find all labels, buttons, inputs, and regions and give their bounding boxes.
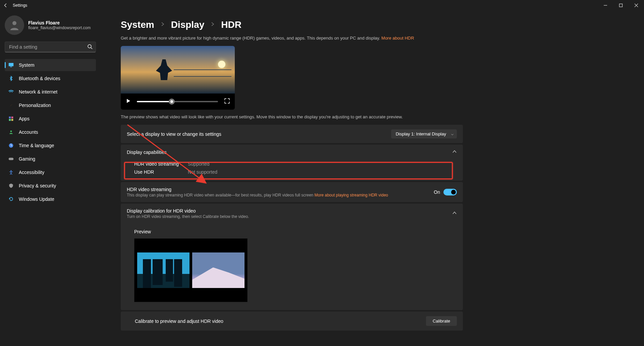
wifi-icon	[8, 89, 14, 95]
minimize-button[interactable]	[598, 0, 613, 11]
preview-note: The preview shows what video will look l…	[121, 114, 624, 119]
svg-point-12	[10, 170, 11, 171]
more-about-hdr-link[interactable]: More about HDR	[381, 36, 414, 41]
sidebar-item-label: Personalization	[19, 103, 51, 108]
user-email: floare_flavius@windowsreport.com	[28, 25, 91, 30]
intro-text: Get a brighter and more vibrant picture …	[121, 36, 624, 41]
fullscreen-button[interactable]	[224, 98, 230, 105]
hdr-streaming-toggle[interactable]	[443, 189, 457, 195]
back-button[interactable]	[3, 3, 8, 8]
maximize-button[interactable]	[613, 0, 629, 11]
capability-row: Use HDR Not supported	[134, 168, 449, 176]
user-name: Flavius Floare	[28, 20, 91, 25]
capability-row: HDR video streaming Supported	[134, 160, 449, 168]
display-capabilities-title: Display capabilities	[127, 150, 167, 155]
sidebar-item-label: Windows Update	[19, 196, 54, 202]
sidebar-item-gaming[interactable]: Gaming	[5, 153, 96, 165]
svg-rect-5	[9, 117, 11, 119]
hdr-streaming-title: HDR video streaming	[127, 187, 388, 192]
sidebar-item-personalization[interactable]: Personalization	[5, 99, 96, 111]
svg-rect-6	[11, 117, 13, 119]
sidebar-item-apps[interactable]: Apps	[5, 113, 96, 125]
calibration-header[interactable]: Display calibration for HDR video Turn o…	[121, 204, 463, 224]
calibration-preview-label: Preview	[134, 229, 449, 234]
sidebar-item-accessibility[interactable]: Accessibility	[5, 166, 96, 178]
svg-point-1	[12, 21, 16, 25]
video-preview	[121, 46, 235, 110]
video-scene	[121, 46, 235, 94]
calibration-title: Display calibration for HDR video	[127, 208, 249, 214]
display-select[interactable]: Display 1: Internal Display	[391, 129, 457, 138]
sidebar-item-accounts[interactable]: Accounts	[5, 126, 96, 138]
person-icon	[8, 129, 14, 135]
sidebar-item-label: Apps	[19, 116, 30, 121]
window-title: Settings	[13, 3, 27, 8]
sidebar-item-windows-update[interactable]: Windows Update	[5, 193, 96, 205]
sidebar-item-bluetooth[interactable]: Bluetooth & devices	[5, 72, 96, 84]
chevron-right-icon	[160, 22, 165, 28]
svg-rect-3	[9, 63, 13, 66]
sidebar-item-system[interactable]: System	[5, 59, 96, 71]
shield-icon	[8, 183, 14, 189]
seek-slider[interactable]	[137, 101, 218, 102]
display-capabilities-header[interactable]: Display capabilities	[121, 145, 463, 160]
more-streaming-link[interactable]: More about playing streaming HDR video	[315, 193, 388, 197]
search-input[interactable]	[5, 42, 96, 52]
svg-rect-0	[620, 4, 623, 7]
breadcrumb: System Display HDR	[121, 19, 624, 30]
svg-rect-7	[9, 119, 11, 121]
sidebar-item-label: Bluetooth & devices	[19, 76, 60, 81]
bluetooth-icon	[8, 75, 14, 81]
svg-point-2	[88, 45, 91, 48]
apps-icon	[8, 116, 14, 122]
brush-icon	[8, 102, 14, 108]
calibrate-button[interactable]: Calibrate	[426, 316, 457, 326]
accessibility-icon	[8, 169, 14, 175]
monitor-icon	[8, 62, 14, 68]
chevron-up-icon	[452, 149, 457, 155]
user-profile[interactable]: Flavius Floare floare_flavius@windowsrep…	[5, 15, 96, 35]
switch-state-label: On	[434, 189, 440, 195]
sidebar-item-label: Accessibility	[19, 170, 44, 175]
breadcrumb-system[interactable]: System	[121, 19, 154, 30]
sidebar-item-label: System	[19, 62, 35, 68]
svg-rect-4	[10, 67, 12, 67]
sidebar-item-label: Privacy & security	[19, 183, 56, 188]
hdr-streaming-desc: This display can play streaming HDR vide…	[127, 193, 388, 197]
sidebar-item-label: Network & internet	[19, 89, 57, 95]
play-button[interactable]	[125, 98, 131, 105]
select-display-label: Select a display to view or change its s…	[127, 131, 221, 137]
chevron-right-icon	[210, 22, 215, 28]
sidebar-item-label: Gaming	[19, 156, 35, 162]
sidebar-item-label: Time & language	[19, 143, 54, 148]
sidebar-item-privacy[interactable]: Privacy & security	[5, 180, 96, 192]
sidebar-item-network[interactable]: Network & internet	[5, 86, 96, 98]
breadcrumb-current: HDR	[221, 19, 241, 30]
svg-point-9	[10, 130, 12, 132]
sidebar-item-label: Accounts	[19, 129, 38, 135]
update-icon	[8, 196, 14, 202]
sidebar-item-time-language[interactable]: Time & language	[5, 139, 96, 152]
avatar	[5, 15, 24, 35]
close-button[interactable]	[629, 0, 644, 11]
calibrate-row-label: Calibrate to preview and adjust HDR vide…	[127, 319, 223, 324]
clock-globe-icon	[8, 142, 14, 149]
search-icon	[87, 44, 93, 51]
breadcrumb-display[interactable]: Display	[171, 19, 205, 30]
svg-rect-11	[9, 158, 13, 160]
svg-rect-8	[11, 119, 13, 121]
calibration-preview-image	[134, 238, 248, 302]
calibration-desc: Turn on HDR video streaming, then select…	[127, 214, 249, 219]
gamepad-icon	[8, 156, 14, 162]
chevron-up-icon	[452, 211, 457, 217]
